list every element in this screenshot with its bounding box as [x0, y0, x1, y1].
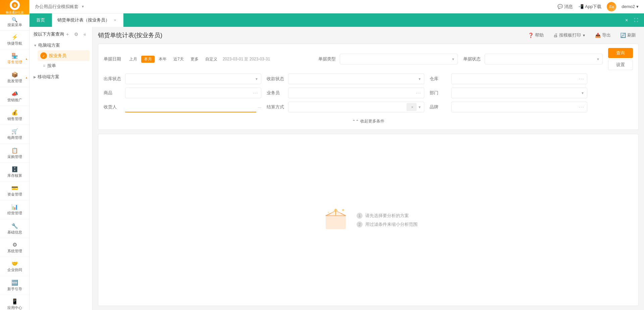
sales-select[interactable]: ··· — [288, 88, 424, 98]
panel-settings-button[interactable]: ⚙ — [73, 31, 79, 38]
right-panel: 销货单统计表(按业务员) ❓ 帮助 🖨 按模板打印 ▼ 📤 导出 — [93, 27, 644, 310]
sidebar-item-finance[interactable]: 💳 资金管理 — [0, 182, 29, 200]
sidebar-item-enterprise[interactable]: 🤝 企业协同 — [0, 257, 29, 276]
tree-sub-child-by-order[interactable]: ≡ 按单 — [40, 61, 90, 70]
date-btn-thismonth[interactable]: 本月 — [141, 56, 155, 63]
doc-status-select[interactable]: ▼ — [485, 54, 603, 64]
receiver-field: 收货人 ··· — [104, 102, 261, 112]
dept-arrow: ▼ — [581, 91, 584, 95]
tab-maximize-button[interactable]: ⛶ — [632, 16, 640, 24]
sidebar-item-sales[interactable]: 💰 销售管理 — [0, 106, 29, 125]
left-panel: 按以下方案查询 + ⚙ « ▼ 电脑端方案 — [30, 27, 93, 310]
settings-button[interactable]: 设置 — [608, 59, 633, 70]
collapse-button[interactable]: ⌃⌃ 收起更多条件 — [348, 117, 388, 125]
sidebar-item-ecommerce[interactable]: 🛒 电商管理 — [0, 125, 29, 144]
export-icon: 📤 — [595, 33, 601, 38]
sidebar-item-marketing[interactable]: 📣 营销推广 — [0, 87, 29, 106]
sidebar-item-wholesale[interactable]: 📦 批发管理 — [0, 68, 29, 87]
tab-sales-report[interactable]: 销货单统计表（按业务员） × — [52, 13, 123, 27]
date-btn-more[interactable]: 更多 — [188, 56, 201, 63]
tab-close-all-button[interactable]: × — [623, 16, 631, 24]
receipt-status-label: 收款状态 — [267, 76, 285, 82]
brand-select[interactable]: ··· — [451, 102, 587, 112]
collapse-icon: ⌃⌃ — [352, 119, 359, 124]
date-btn-lastmonth[interactable]: 上月 — [126, 56, 140, 63]
payment-tag-remove[interactable]: × — [410, 105, 415, 109]
doc-type-select[interactable]: ▼ — [340, 54, 458, 64]
sidebar-item-newbie[interactable]: 🆕 新手引导 — [0, 276, 29, 295]
sidebar-item-inventory[interactable]: 🗄️ 库存核算 — [0, 163, 29, 182]
export-button[interactable]: 📤 导出 — [592, 31, 613, 40]
date-btn-7days[interactable]: 近7天 — [171, 56, 186, 63]
tab-home[interactable]: 首页 — [30, 13, 52, 27]
refresh-button[interactable]: 🔄 刷新 — [618, 31, 639, 40]
date-buttons: 上月 本月 本年 近7天 更多 自定义 2023-03-01 至 2023-03… — [126, 56, 270, 63]
panel-add-button[interactable]: + — [64, 31, 71, 38]
tree-pc-children: ✓ 按业务员 ≡ 按单 — [32, 50, 90, 70]
sidebar-item-basic[interactable]: 🔧 基础信息 — [0, 219, 29, 238]
refresh-icon: 🔄 — [620, 33, 626, 38]
panel-title: 按以下方案查询 + ⚙ « — [30, 31, 92, 40]
warehouse-select[interactable]: ··· — [451, 73, 587, 84]
sales-label: 业务员 — [267, 90, 285, 96]
dept-select[interactable]: ▼ — [451, 88, 587, 98]
sub-icon-order: ≡ — [43, 63, 45, 68]
tab-close-button[interactable]: × — [112, 17, 118, 23]
doc-status-field: 单据状态 ▼ — [463, 54, 603, 64]
payment-select[interactable]: × ▼ — [288, 102, 424, 112]
date-btn-thisyear[interactable]: 本年 — [156, 56, 169, 63]
page-actions: ❓ 帮助 🖨 按模板打印 ▼ 📤 导出 🔄 刷新 — [525, 31, 639, 40]
goods-field: 商品 ··· — [104, 88, 261, 98]
user-menu[interactable]: demo2 ▾ — [622, 4, 639, 9]
sidebar-item-system[interactable]: ⚙ 系统管理 — [0, 238, 29, 257]
sales-field: 业务员 ··· — [267, 88, 424, 98]
help-button[interactable]: ❓ 帮助 — [525, 31, 546, 40]
sidebar-item-quick-nav[interactable]: ⚡ 快捷导航 — [0, 31, 29, 49]
print-dropdown-icon: ▼ — [582, 34, 586, 37]
app-logo[interactable]: 吉 畅捷通好生意 — [0, 0, 30, 14]
message-button[interactable]: 💬 消息 — [557, 4, 573, 10]
sidebar-item-purchase[interactable]: 📋 采购管理 — [0, 144, 29, 163]
app-download-button[interactable]: 📲 App下载 — [578, 4, 601, 10]
goods-select[interactable]: ··· — [125, 88, 261, 98]
out-status-label: 出库状态 — [104, 76, 122, 82]
svg-point-6 — [328, 212, 329, 213]
page-header: 销货单统计表(按业务员) ❓ 帮助 🖨 按模板打印 ▼ 📤 导出 — [98, 31, 639, 40]
main-area: 办公用品行业模拟账套 ▼ 💬 消息 📲 App下载 Ea demo2 ▾ 首页 — [30, 0, 644, 310]
tree-pc-section[interactable]: ▼ 电脑端方案 — [32, 40, 90, 50]
sidebar-item-operation[interactable]: 📊 经营管理 — [0, 200, 29, 219]
top-header: 办公用品行业模拟账套 ▼ 💬 消息 📲 App下载 Ea demo2 ▾ — [30, 0, 644, 13]
receiver-input[interactable] — [125, 102, 256, 112]
export-label: 导出 — [602, 32, 611, 38]
sidebar-item-retail[interactable]: 🏪 零售管理 — [0, 49, 29, 68]
receipt-status-select[interactable]: ▼ — [288, 73, 424, 84]
date-btn-custom[interactable]: 自定义 — [203, 56, 220, 63]
workspace-selector[interactable]: 办公用品行业模拟账套 ▼ — [35, 4, 85, 10]
user-avatar[interactable]: Ea — [607, 2, 616, 11]
sub-label-order: 按单 — [47, 63, 56, 69]
print-button[interactable]: 🖨 按模板打印 ▼ — [550, 31, 588, 40]
date-label: 单据日期 — [104, 56, 122, 62]
user-dropdown-icon: ▾ — [636, 4, 639, 9]
tree-mobile-section[interactable]: ▶ 移动端方案 — [32, 72, 90, 82]
tab-bar: 首页 销货单统计表（按业务员） × × ⛶ — [30, 13, 644, 27]
child-label-salesman: 按业务员 — [49, 53, 66, 59]
app-name: 畅捷通好生意 — [5, 11, 24, 14]
panel-collapse-button[interactable]: « — [82, 31, 88, 38]
user-label: demo2 — [622, 4, 635, 9]
child-icon-salesman: ✓ — [40, 52, 47, 59]
doc-status-arrow: ▼ — [596, 57, 600, 61]
tree-child-by-salesman[interactable]: ✓ 按业务员 — [38, 50, 90, 61]
tab-home-label: 首页 — [36, 17, 45, 23]
empty-hint-1: 1 请先选择要分析的方案 — [357, 213, 418, 219]
receipt-status-field: 收款状态 ▼ — [267, 73, 424, 84]
tab-sales-label: 销货单统计表（按业务员） — [57, 17, 110, 23]
out-status-select[interactable]: ▼ — [125, 73, 261, 84]
sidebar-item-app-center[interactable]: 📱 应用中心 — [0, 295, 29, 310]
brand-label: 品牌 — [430, 104, 448, 110]
query-button[interactable]: 查询 — [608, 48, 633, 58]
sidebar-search[interactable]: 🔍 按以下方案查询 搜索菜单 — [0, 14, 29, 31]
date-range: 2023-03-01 至 2023-03-31 — [223, 56, 270, 62]
goods-label: 商品 — [104, 90, 122, 96]
sales-dots: ··· — [416, 91, 421, 95]
